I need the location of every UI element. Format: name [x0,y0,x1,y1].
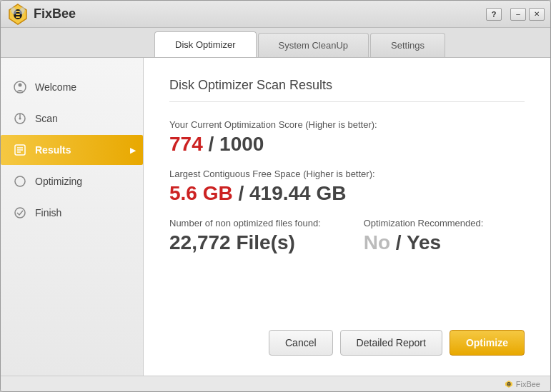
optimization-recommended-section: Optimization Recommended: No / Yes [364,218,484,254]
optimizing-icon [12,174,28,189]
tab-system-cleanup[interactable]: System CleanUp [258,33,369,57]
close-button[interactable]: ✕ [529,8,545,21]
non-optimized-section: Number of non optimized files found: 22,… [169,218,321,254]
content-area: Disk Optimizer Scan Results Your Current… [144,58,550,376]
sidebar-item-optimizing-label: Optimizing [35,176,82,187]
non-optimized-value: 22,772 File(s) [169,231,321,254]
sidebar-item-welcome[interactable]: Welcome [1,72,143,102]
sidebar-item-results[interactable]: Results [1,135,143,165]
results-icon [12,142,28,158]
optimization-recommended-value: No / Yes [364,231,484,254]
svg-point-11 [19,118,21,120]
scan-icon [12,111,28,126]
tab-disk-optimizer[interactable]: Disk Optimizer [154,31,257,57]
footer-brand: FixBee [505,380,540,388]
welcome-icon [12,79,28,95]
tab-bar: Disk Optimizer System CleanUp Settings [1,28,550,58]
free-space-label: Largest Contiguous Free Space (Higher is… [169,169,525,179]
sidebar-item-results-label: Results [35,144,71,156]
svg-rect-2 [16,11,20,12]
title-bar-controls: ? – ✕ [486,8,545,21]
title-bar: FixBee ? – ✕ [1,1,550,28]
free-space-value: 5.6 GB / 419.44 GB [169,182,525,205]
score-value: 774 / 1000 [169,133,525,156]
svg-rect-4 [16,16,20,18]
content-title: Disk Optimizer Scan Results [169,78,525,102]
app-logo: FixBee [6,3,76,26]
optimization-recommended-label: Optimization Recommended: [364,218,484,228]
optimization-yes: Yes [407,231,441,253]
bottom-results-row: Number of non optimized files found: 22,… [169,218,525,254]
sidebar-item-scan-label: Scan [35,113,58,124]
finish-icon [12,205,28,221]
svg-point-16 [15,208,25,218]
non-optimized-label: Number of non optimized files found: [169,218,321,228]
sidebar-item-scan[interactable]: Scan [1,104,143,134]
score-section: Your Current Optimization Score (Higher … [169,119,525,156]
sidebar: Welcome Scan Results Optimizing [1,58,144,376]
score-label: Your Current Optimization Score (Higher … [169,119,525,130]
optimization-no: No [364,231,390,253]
footer-brand-text: FixBee [516,380,540,388]
footer-bee-icon [505,380,513,388]
main-area: Welcome Scan Results Optimizing [1,58,550,376]
sidebar-item-finish[interactable]: Finish [1,198,143,228]
svg-rect-3 [16,14,20,15]
app-window: FixBee ? – ✕ Disk Optimizer System Clean… [0,0,551,392]
footer: FixBee [1,376,550,391]
optimization-separator: / [396,231,407,253]
optimize-button[interactable]: Optimize [450,330,525,356]
free-space-section: Largest Contiguous Free Space (Higher is… [169,169,525,205]
minimize-button[interactable]: – [510,8,526,21]
sidebar-item-welcome-label: Welcome [35,81,76,93]
help-button[interactable]: ? [486,8,502,21]
app-title: FixBee [34,6,76,21]
sidebar-item-finish-label: Finish [35,207,61,218]
sidebar-item-optimizing[interactable]: Optimizing [1,166,143,196]
tab-settings[interactable]: Settings [370,33,445,57]
cancel-button[interactable]: Cancel [269,330,333,356]
svg-point-8 [19,84,22,87]
detailed-report-button[interactable]: Detailed Report [340,330,442,356]
button-bar: Cancel Detailed Report Optimize [169,318,525,356]
bee-icon [6,3,29,26]
